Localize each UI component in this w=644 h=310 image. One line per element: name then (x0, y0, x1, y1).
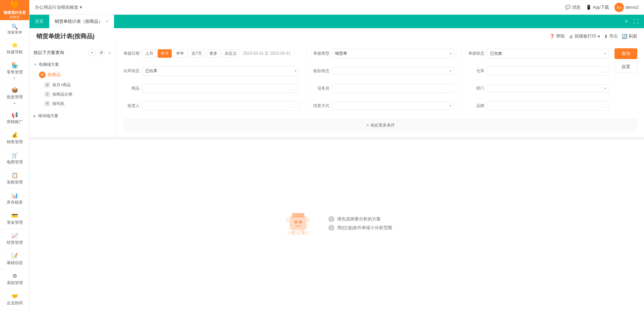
filter-field-product: 商品 ... (123, 84, 300, 93)
filter-field-receiver: 收货人 ... (123, 101, 300, 110)
collapse-sidebar-btn[interactable]: « (107, 49, 112, 56)
refresh-btn[interactable]: 🔄 刷新 (622, 33, 637, 39)
sidebar-logo: 🧡 畅捷通好生意 标账版 (0, 0, 29, 20)
sidebar: 🧡 畅捷通好生意 标账版 🔍 搜索菜单 ⭐ 快捷导航 🏪 零售管理 ▾ 📦 批发… (0, 0, 30, 310)
industry-selector[interactable]: 办公用品行业模拟账套 ▾ (35, 4, 82, 10)
outstatus-arrow: ▾ (295, 69, 297, 73)
sidebar-item-wholesale[interactable]: 📦 批发管理 ▲ (0, 84, 29, 108)
sidebar-item-quick-nav[interactable]: ⭐ 快捷导航 (0, 39, 29, 59)
scheme-category-icon: 分 (44, 91, 50, 97)
sidebar-item-ops[interactable]: 📈 经营管理 (0, 229, 29, 249)
settlement-arrow: ▾ (450, 104, 451, 108)
scheme-by-sku[interactable]: 司 按司机 (34, 99, 112, 108)
doctype-select[interactable]: 销货单 ▾ (332, 49, 454, 58)
industry-label: 办公用品行业模拟账套 (35, 4, 78, 10)
sidebar-item-inventory[interactable]: 📊 库存核算 (0, 189, 29, 209)
ops-icon: 📈 (11, 232, 18, 239)
date-btn-custom[interactable]: 自定义 (222, 49, 240, 58)
warehouse-select[interactable]: ... (487, 66, 609, 75)
date-shortcuts: 上月 本月 本年 近7天 更多 自定义 (142, 49, 240, 58)
expand-window-btn[interactable]: ⛶ (632, 17, 640, 26)
sidebar-search[interactable]: 🔍 搜索菜单 (0, 20, 29, 39)
docstatus-select[interactable]: 已生效 ▾ (487, 49, 609, 58)
print-btn[interactable]: 🖨 按模板打印 ▾ (569, 33, 600, 39)
sidebar-item-system[interactable]: ⚙ 系统管理 (0, 269, 29, 290)
tab-home[interactable]: 首页 (30, 15, 49, 28)
collapse-conditions-btn[interactable]: ∧ 收起更多条件 (123, 119, 637, 132)
receiver-more[interactable]: ... (290, 103, 297, 108)
sidebar-item-sales[interactable]: 💰 销售管理 (0, 128, 29, 149)
svg-rect-2 (292, 213, 305, 217)
messages-btn[interactable]: 💬 消息 (565, 4, 581, 10)
receiver-select[interactable]: ... (142, 101, 300, 110)
date-btn-this-month[interactable]: 本月 (158, 49, 172, 58)
recvstatus-select[interactable]: ▾ (332, 67, 454, 75)
content-area: 销货单统计表(按商品) ❓ 帮助 🖨 按模板打印 ▾ ⬇ 导出 🔄 刷新 (30, 28, 644, 310)
product-select[interactable]: ... (142, 84, 300, 93)
print-arrow: ▾ (598, 34, 600, 39)
dept-select[interactable]: ▾ (487, 85, 609, 92)
filter-field-doctype: 单据类型 销货单 ▾ (313, 49, 454, 58)
divider8 (461, 101, 462, 111)
brand-label: 品牌 (468, 103, 484, 109)
brand-more[interactable]: ... (599, 103, 606, 108)
doctype-arrow: ▾ (450, 52, 451, 55)
user-profile-btn[interactable]: Ea demo2 (614, 3, 639, 12)
docstatus-label: 单据状态 (468, 51, 484, 56)
mobile-group-title[interactable]: ▶ 移动端方案 (34, 111, 112, 121)
empty-state: 1 请先选择要分析的方案 2 用[过滤]条件来缩小分析范围 (30, 140, 644, 310)
brand-select[interactable]: ... (487, 101, 609, 110)
tab-sales-stat[interactable]: 销货单统计表（按商品） × (49, 15, 114, 28)
recvstatus-arrow: ▾ (450, 69, 451, 73)
help-btn[interactable]: ❓ 帮助 (549, 33, 565, 39)
settings-button[interactable]: 设置 (614, 61, 637, 72)
sidebar-item-base[interactable]: 📝 基础信息 (0, 249, 29, 269)
product-more[interactable]: ... (290, 86, 297, 91)
salesman-select[interactable]: ... (332, 84, 454, 93)
svg-rect-5 (296, 225, 301, 226)
filter-row-status: 出库状态 已出库 ▾ 收款状态 (123, 66, 609, 76)
app-download-btn[interactable]: 📱 App下载 (586, 4, 609, 10)
doctype-value: 销货单 (335, 51, 347, 56)
industry-dropdown-arrow: ▾ (80, 5, 82, 10)
sidebar-item-finance[interactable]: 💳 资金管理 (0, 209, 29, 229)
page-title: 销货单统计表(按商品) (36, 32, 95, 40)
empty-tips: 1 请先选择要分析的方案 2 用[过滤]条件来缩小分析范围 (328, 216, 392, 234)
desktop-group-title[interactable]: ▼ 电脑端方案 (34, 60, 112, 69)
messages-icon: 💬 (565, 5, 571, 10)
salesman-more[interactable]: ... (445, 86, 451, 91)
empty-tip-1: 1 请先选择要分析的方案 (328, 216, 392, 222)
warehouse-more[interactable]: ... (599, 68, 606, 73)
sidebar-item-corp[interactable]: 🤝 企业协同 (0, 290, 29, 310)
filter-field-recvstatus: 收款状态 ▾ (313, 67, 454, 75)
scheme-by-category[interactable]: 分 按商品分类 (34, 90, 112, 99)
scheme-section: ▼ 电脑端方案 商 按商品 M 按月+商品 分 按商品分类 (30, 60, 116, 121)
query-button[interactable]: 查询 (614, 48, 637, 59)
sidebar-item-retail[interactable]: 🏪 零售管理 ▾ (0, 59, 29, 84)
sidebar-item-purchase[interactable]: 📋 采购管理 (0, 169, 29, 189)
date-btn-7days[interactable]: 近7天 (189, 49, 205, 58)
settlement-select[interactable]: ▾ (332, 102, 454, 110)
divider4 (461, 66, 462, 76)
mobile-group-arrow: ▶ (34, 114, 36, 118)
sidebar-item-marketing[interactable]: 📢 营销推广 (0, 108, 29, 128)
date-btn-last-month[interactable]: 上月 (142, 49, 156, 58)
filter-field-settlement: 结算方式 ▾ (313, 102, 454, 110)
tab-close-icon[interactable]: × (106, 19, 108, 24)
scheme-by-month-product[interactable]: M 按月+商品 (34, 80, 112, 90)
filter-field-date: 单据日期 上月 本月 本年 近7天 更多 自定义 (123, 49, 300, 58)
tip-num-1: 1 (328, 216, 334, 222)
scheme-by-product[interactable]: 商 按商品 (34, 69, 112, 80)
page-title-row: 销货单统计表(按商品) ❓ 帮助 🖨 按模板打印 ▾ ⬇ 导出 🔄 刷新 (30, 28, 644, 43)
add-scheme-btn[interactable]: + (88, 49, 96, 56)
date-btn-this-year[interactable]: 本年 (173, 49, 187, 58)
outstatus-select[interactable]: 已出库 ▾ (142, 66, 300, 76)
docstatus-arrow: ▾ (604, 52, 606, 55)
export-btn[interactable]: ⬇ 导出 (604, 33, 618, 39)
date-btn-more[interactable]: 更多 (206, 49, 220, 58)
divider6 (461, 83, 462, 93)
scheme-product-icon: 商 (39, 71, 46, 78)
close-window-btn[interactable]: × (624, 17, 629, 26)
scheme-settings-btn[interactable]: ⚙ (98, 49, 105, 56)
sidebar-item-ecommerce[interactable]: 🛒 电商管理 (0, 149, 29, 169)
